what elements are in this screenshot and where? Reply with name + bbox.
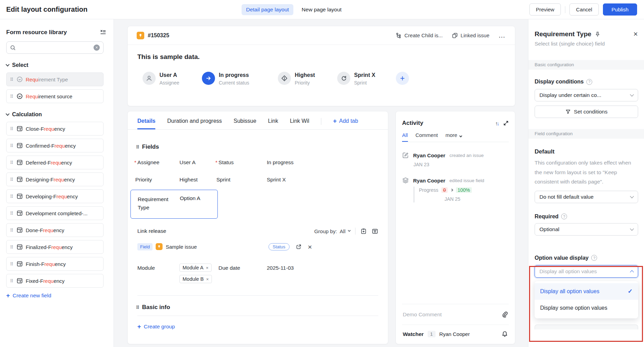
sort-order-icon[interactable]: ↑↓ [495, 120, 498, 126]
comment-input[interactable]: Demo Comment [402, 304, 509, 325]
assignee-property[interactable]: User AAssignee [143, 72, 202, 86]
tab-all[interactable]: All [402, 132, 408, 142]
tab-link[interactable]: Link [268, 118, 278, 129]
display-conditions-dropdown[interactable]: Display under certain co... [535, 89, 638, 101]
field-item-deferred-frequency[interactable]: ⠿Deferred-Frequency [6, 156, 104, 169]
remove-tag-icon[interactable]: × [206, 265, 208, 270]
help-icon[interactable]: ? [591, 255, 597, 261]
activity-user[interactable]: Ryan Cooper [413, 178, 445, 184]
field-item-close-frequency[interactable]: ⠿Close-Frequency [6, 122, 104, 136]
add-tab-button[interactable]: +Add tab [333, 118, 358, 129]
field-value[interactable]: Sprint X [267, 177, 286, 183]
field-value[interactable]: User A [179, 159, 218, 166]
drag-handle-icon[interactable]: ⠿ [10, 94, 13, 99]
tab-comment[interactable]: Comment [416, 132, 438, 142]
priority-property[interactable]: HighestPriority [278, 72, 337, 86]
create-new-field-button[interactable]: +Create new field [6, 293, 107, 299]
linked-issue-row[interactable]: Field Sample issue Status × [137, 242, 378, 251]
clear-search-icon[interactable]: × [94, 44, 100, 51]
field-item-fixed-frequency[interactable]: ⠿Fixed-Frequency [6, 274, 104, 288]
view-settings-icon[interactable] [372, 228, 378, 235]
field-item-designing-frequency[interactable]: ⠿Designing-Frequency [6, 172, 104, 186]
drag-handle-icon[interactable]: ⠿ [10, 211, 13, 216]
drag-handle-icon[interactable]: ⠿ [10, 194, 13, 199]
menu-item-display-all-option-values[interactable]: Display all option values✓ [535, 283, 638, 300]
field-item-confirmed-frequency[interactable]: ⠿Confirmed-Frequency [6, 139, 104, 152]
field-item-development-completed[interactable]: ⠿Development completed-... [6, 206, 104, 220]
section-select[interactable]: Select [6, 62, 107, 68]
cancel-button[interactable]: Cancel [569, 3, 599, 16]
field-item-requirement-source[interactable]: ⠿ Requirement source [6, 89, 104, 103]
tab-duration-and-progress[interactable]: Duration and progress [167, 118, 222, 129]
field-value[interactable]: Highest [179, 177, 218, 183]
drag-handle-icon[interactable]: ⠿ [10, 262, 13, 266]
field-label: Module [137, 264, 179, 286]
create-child-issue-button[interactable]: Create Child is... [396, 32, 443, 39]
drag-handle-icon[interactable]: ⠿ [10, 245, 13, 249]
open-in-new-icon[interactable] [296, 244, 302, 250]
drag-handle-icon[interactable]: ⠿ [136, 145, 139, 149]
help-icon[interactable]: ? [586, 79, 592, 85]
drag-handle-icon[interactable]: ⠿ [10, 127, 13, 131]
field-value[interactable]: 2025-11-03 [267, 264, 294, 286]
drag-handle-icon[interactable]: ⠿ [10, 160, 13, 165]
add-linked-issue-icon[interactable] [360, 228, 367, 235]
option-value-display-dropdown[interactable]: Display all option values [535, 265, 638, 278]
field-item-developing-frequency[interactable]: ⠿Developing-Frequency [6, 189, 104, 203]
drag-handle-icon[interactable]: ⠿ [10, 77, 13, 82]
tab-detail-page-layout[interactable]: Detail page layout [242, 4, 293, 15]
remove-tag-icon[interactable]: × [206, 277, 209, 282]
module-tag[interactable]: Module A× [179, 264, 212, 272]
pin-icon[interactable] [595, 31, 601, 37]
status-pill[interactable]: Status [269, 243, 290, 250]
bell-icon[interactable] [501, 331, 508, 337]
tab-subissue[interactable]: Subissue [234, 118, 256, 129]
collapse-panel-icon[interactable] [100, 29, 106, 36]
section-calculation[interactable]: Calculation [6, 111, 107, 118]
tab-details[interactable]: Details [137, 118, 155, 129]
chevron-down-icon [6, 112, 9, 116]
module-tag[interactable]: Module B× [179, 275, 212, 283]
remove-linked-issue-icon[interactable]: × [308, 243, 312, 250]
field-item-finish-frequency[interactable]: ⠿Finish-Frequency [6, 257, 104, 271]
default-value-dropdown[interactable]: Do not fill default value [535, 191, 638, 203]
publish-button[interactable]: Publish [603, 3, 637, 16]
linked-issue-title[interactable]: Sample issue [166, 244, 197, 250]
more-actions-button[interactable]: … [498, 31, 506, 39]
menu-item-display-some-option-values[interactable]: Display some option values [535, 300, 638, 316]
drag-handle-icon[interactable]: ⠿ [10, 228, 13, 232]
group-by-dropdown[interactable]: Group by: All [314, 228, 350, 234]
select-field-icon [17, 93, 23, 99]
drag-handle-icon[interactable]: ⠿ [10, 177, 13, 182]
drag-handle-icon[interactable]: ⠿ [136, 305, 139, 310]
field-item-finalized-frequency[interactable]: ⠿Finalized-Frequency [6, 240, 104, 254]
preview-button[interactable]: Preview [529, 3, 561, 16]
current-status-property[interactable]: In progressCurrent status [202, 72, 278, 86]
field-item-label: Developing-Frequency [26, 194, 78, 199]
create-group-button[interactable]: +Create group [137, 324, 388, 330]
field-item-requirement-type[interactable]: ⠿ Requirement Type [6, 72, 104, 86]
selected-field-requirement-type[interactable]: Requirement Type Option A [130, 190, 218, 219]
tab-new-page-layout[interactable]: New page layout [302, 7, 341, 13]
set-conditions-button[interactable]: Set conditions [535, 106, 638, 118]
tab-link-wil[interactable]: Link Wil [290, 118, 309, 129]
expand-icon[interactable] [503, 120, 509, 126]
search-input[interactable] [19, 44, 91, 51]
calculation-field-icon [17, 227, 23, 233]
chevron-down-icon [6, 62, 9, 66]
field-value[interactable]: In progress [267, 159, 294, 166]
watcher-name[interactable]: Ryan Cooper [439, 331, 470, 337]
help-icon[interactable]: ? [561, 214, 567, 219]
close-panel-icon[interactable]: × [633, 30, 638, 38]
sprint-property[interactable]: Sprint XSprint [337, 72, 396, 86]
add-property-button[interactable]: + [396, 72, 409, 85]
field-item-done-frequency[interactable]: ⠿Done-Frequency [6, 223, 104, 237]
attachment-paperclip-icon[interactable] [501, 311, 508, 318]
drag-handle-icon[interactable]: ⠿ [10, 143, 13, 148]
issue-title[interactable]: This is sample data. [137, 53, 515, 61]
drag-handle-icon[interactable]: ⠿ [10, 279, 13, 283]
activity-user[interactable]: Ryan Cooper [413, 152, 445, 158]
linked-issue-button[interactable]: Linked issue [452, 32, 489, 39]
tab-more[interactable]: more [446, 132, 462, 142]
required-dropdown[interactable]: Optional [535, 223, 638, 236]
